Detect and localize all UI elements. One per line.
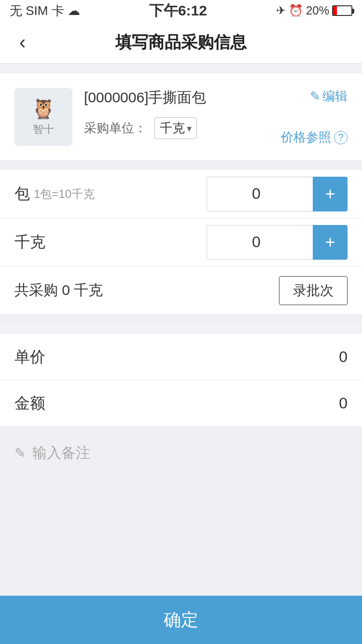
bag-input-group: + [207,177,348,211]
summary-text: 共采购 0 千克 [14,280,103,300]
bag-plus-button[interactable]: + [313,177,348,211]
price-section: 单价 0 金额 0 [0,334,362,427]
bag-input-row: 包 1包=10千克 + [0,170,362,218]
unit-label: 采购单位： [84,120,147,137]
status-left: 无 SIM 卡 ☁ [10,2,80,19]
confirm-button-label: 确定 [164,608,198,632]
battery-text: 20% [306,4,329,17]
edit-icon: ✎ [310,89,320,104]
chevron-down-icon: ▾ [187,123,192,134]
bag-sublabel: 1包=10千克 [34,186,207,202]
product-logo-text: 智十 [33,122,54,137]
product-card: 🦉 智十 [0000006]手撕面包 采购单位： 千克 ▾ ✎ 编辑 价格参照 … [0,73,362,160]
kg-input-row: 千克 + [0,218,362,266]
unit-price-row: 单价 0 [0,334,362,380]
summary-row: 共采购 0 千克 录批次 [0,266,362,315]
status-bar: 无 SIM 卡 ☁ 下午6:12 ✈ ⏰ 20% [0,0,362,21]
input-section: 包 1包=10千克 + 千克 + 共采购 0 千克 录批次 [0,170,362,315]
amount-label: 金额 [14,393,45,414]
battery-icon [332,5,352,16]
remark-section[interactable]: ✎ 输入备注 [0,429,362,477]
price-ref-label: 价格参照 [281,129,331,146]
product-logo-icon: 🦉 [31,98,56,120]
price-ref-button[interactable]: 价格参照 ? [281,129,348,146]
nav-bar: ‹ 填写商品采购信息 [0,21,362,64]
unit-select-text: 千克 [160,120,185,137]
sim-status: 无 SIM 卡 ☁ [10,2,80,19]
product-name: [0000006]手撕面包 [84,88,269,108]
status-right: ✈ ⏰ 20% [276,4,352,17]
section-divider [0,160,362,170]
amount-value: 0 [339,394,348,412]
page-title: 填写商品采购信息 [115,31,247,54]
bag-label: 包 [14,183,30,205]
product-unit-row: 采购单位： 千克 ▾ [84,117,269,139]
remark-placeholder: 输入备注 [32,443,90,463]
location-icon: ✈ [276,4,286,17]
kg-plus-button[interactable]: + [313,225,348,260]
back-button[interactable]: ‹ [14,27,30,58]
product-image: 🦉 智十 [14,88,72,146]
unit-select[interactable]: 千克 ▾ [154,117,197,139]
help-icon: ? [334,131,348,144]
kg-quantity-input[interactable] [207,225,313,260]
confirm-button[interactable]: 确定 [0,596,362,644]
section-divider-2 [0,315,362,324]
batch-button[interactable]: 录批次 [279,276,348,305]
amount-row: 金额 0 [0,380,362,427]
alarm-icon: ⏰ [289,4,303,17]
product-actions: ✎ 编辑 价格参照 ? [281,88,348,146]
pencil-icon: ✎ [14,445,26,461]
status-time: 下午6:12 [149,1,207,21]
unit-price-value: 0 [339,348,348,366]
unit-price-label: 单价 [14,347,45,368]
edit-label: 编辑 [322,88,348,105]
bag-quantity-input[interactable] [207,177,313,211]
edit-button[interactable]: ✎ 编辑 [310,88,348,105]
kg-input-group: + [207,225,348,260]
kg-label: 千克 [14,232,45,253]
product-info: [0000006]手撕面包 采购单位： 千克 ▾ [84,88,269,139]
